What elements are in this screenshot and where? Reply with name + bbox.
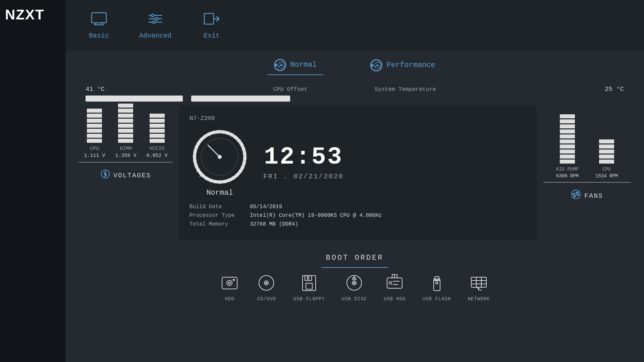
dimm-voltage-col: DIMM 1.356 V [115,104,136,159]
boot-usb-floppy[interactable]: USB FLOPPY [293,273,325,302]
memory-label: Total Memory [190,221,243,227]
aio-pump-label: AIO PUMP [556,167,579,172]
fans-panel: AIO PUMP 6308 RPM CPU 1534 RPM [543,105,631,240]
cpu-temp-value: 41 °C [86,85,112,93]
aio-pump-value: 6308 RPM [556,173,579,179]
boot-usb-hdd[interactable]: USB HDD [384,273,406,302]
boot-divider [321,267,388,268]
lightning-icon [101,169,110,181]
hdd-label: HDD [225,296,234,302]
cpu-volt-bar [87,109,102,143]
cd-dvd-label: CD/DVD [257,296,276,302]
clock-date: FRI . 02/21/2020 [263,173,344,180]
fans-icon [571,189,581,202]
usb-disc-icon [344,273,364,293]
build-date-label: Build Date [190,204,243,210]
fans-title-row: FANS [571,189,603,202]
nav-item-advanced[interactable]: Advanced [139,12,171,40]
fans-title: FANS [584,192,603,200]
dashboard: CPU 1.111 V DIMM [65,105,644,240]
svg-point-44 [389,282,392,284]
svg-rect-53 [471,277,486,287]
nzxt-logo: NZXT [5,7,45,23]
svg-point-51 [436,282,438,284]
mode-selector: Normal Performance [65,52,644,79]
hdd-icon [220,273,240,293]
svg-point-30 [233,279,234,281]
cpu-voltage-col: CPU 1.111 V [84,109,105,159]
normal-mode-label: Normal [290,61,317,69]
center-panel: N7-Z390 [179,105,537,240]
sys-temp-value: 25 °C [597,85,624,93]
svg-point-7 [151,14,154,17]
svg-rect-50 [435,277,439,280]
network-icon [469,273,489,293]
svg-point-33 [266,282,267,284]
vccio-volt-label: VCCIO [150,146,165,152]
processor-value: Intel(R) Core(TM) i9-9900KS CPU @ 4.00GH… [250,213,382,219]
vccio-volt-value: 0.952 V [147,153,168,159]
cpu-temp-bar [86,96,183,102]
top-navigation: Basic Advanced [65,0,644,52]
exit-label: Exit [204,32,220,40]
normal-dial-icon [274,59,286,71]
cpu-fan-col: CPU 1534 RPM [595,137,618,179]
usb-hdd-icon [385,273,405,293]
board-name: N7-Z390 [190,115,215,122]
memory-value: 32768 MB (DDR4) [250,221,298,227]
aio-pump-col: AIO PUMP 6308 RPM [556,110,579,179]
cpu-fan-bar [599,137,614,164]
sys-info-row-processor: Processor Type Intel(R) Core(TM) i9-9900… [190,213,527,219]
vccio-volt-bar [150,114,165,143]
svg-point-29 [228,282,230,284]
system-info: Build Date 05/14/2019 Processor Type Int… [190,204,527,230]
boot-items-list: HDD CD/DVD [79,273,631,302]
nav-item-basic[interactable]: Basic [86,12,112,40]
mode-indicator-label: Normal [206,189,233,197]
boot-usb-flash[interactable]: USB FLASH [423,273,451,302]
svg-rect-0 [92,13,106,23]
usb-floppy-icon [299,273,319,293]
basic-label: Basic [89,32,109,40]
sys-temp-bar [191,96,290,102]
vccio-voltage-col: VCCIO 0.952 V [147,114,168,159]
gauge-dial [190,127,250,187]
dimm-volt-label: DIMM [120,146,132,152]
processor-label: Processor Type [190,213,243,219]
fan-bars: AIO PUMP 6308 RPM CPU 1534 RPM [556,105,618,179]
performance-dial-icon [370,59,382,71]
voltages-title: VOLTAGES [113,172,151,179]
svg-point-26 [575,193,577,196]
mode-normal[interactable]: Normal [267,56,323,75]
svg-point-9 [153,21,155,23]
boot-cd-dvd[interactable]: CD/DVD [257,273,277,302]
main-content: Basic Advanced [65,0,644,362]
aio-pump-bar [560,110,575,164]
sys-info-row-memory: Total Memory 32768 MB (DDR4) [190,221,527,227]
dial-and-clock: Normal 12:53 FRI . 02/21/2020 [190,127,527,197]
cpu-offset-label: CPU Offset [273,86,308,93]
cpu-volt-value: 1.111 V [84,153,105,159]
cd-dvd-icon [257,273,277,293]
boot-network[interactable]: NETWORK [468,273,490,302]
temperature-area: 41 °C CPU Offset System Temperature 25 °… [65,79,644,102]
usb-flash-label: USB FLASH [423,296,451,302]
svg-rect-27 [222,277,237,289]
mode-performance[interactable]: Performance [364,56,442,75]
boot-hdd[interactable]: HDD [220,273,240,302]
usb-flash-icon [427,273,447,293]
svg-point-8 [155,17,158,20]
svg-point-28 [227,280,232,286]
voltage-bars: CPU 1.111 V DIMM [84,105,167,159]
clock-section: 12:53 FRI . 02/21/2020 [263,143,344,180]
exit-icon [204,12,220,29]
svg-rect-10 [204,13,214,24]
boot-usb-disc[interactable]: USB DISC [342,273,367,302]
sliders-icon [147,12,163,29]
cpu-fan-value: 1534 RPM [595,173,618,179]
build-date-value: 05/14/2019 [250,204,282,210]
nav-item-exit[interactable]: Exit [198,12,225,40]
boot-order-title: BOOT ORDER [79,254,631,262]
cpu-fan-label: CPU [602,167,611,172]
svg-rect-36 [306,283,312,289]
